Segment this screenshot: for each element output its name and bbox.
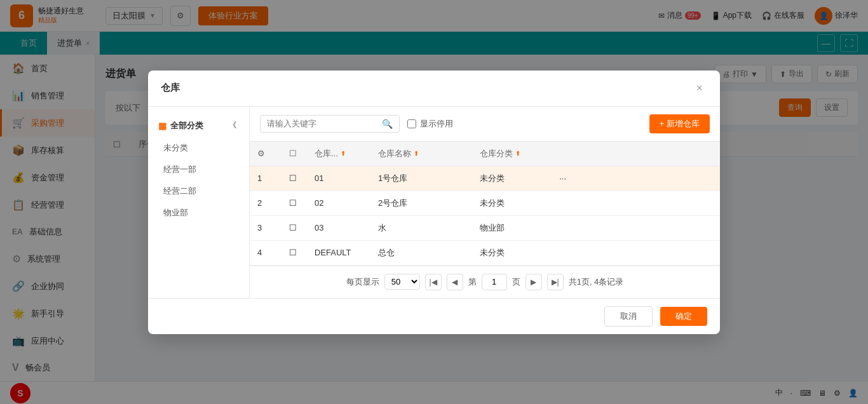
cell-row4-code: DEFAULT — [307, 241, 370, 265]
modal-table: ⚙ ☐ 仓库...⬆ 仓库名称⬆ 仓库分类⬆ — [250, 142, 720, 266]
table-row[interactable]: 4 ☐ DEFAULT 总仓 未分类 — [250, 241, 720, 266]
grid-icon: ▦ — [158, 121, 166, 131]
page-input[interactable] — [482, 274, 507, 290]
cell-row3-num: 3 — [250, 216, 281, 240]
cell-row3-check[interactable]: ☐ — [281, 216, 307, 240]
close-icon: × — [696, 83, 702, 94]
per-page-label: 每页显示 — [346, 276, 379, 288]
col-header-wh-category: 仓库分类⬆ — [472, 142, 574, 166]
modal-sidebar: ▦ 全部分类 《 未分类 经营一部 经营二部 物业部 — [148, 107, 250, 298]
show-disabled-checkbox[interactable] — [407, 119, 416, 128]
page-text-di: 第 — [468, 276, 477, 288]
cancel-button[interactable]: 取消 — [604, 306, 653, 327]
modal-toolbar: 🔍 显示停用 + 新增仓库 — [250, 107, 720, 142]
cell-row2-num: 2 — [250, 191, 281, 215]
page-prev-button[interactable]: ◀ — [447, 274, 463, 290]
cell-row4-name: 总仓 — [370, 241, 472, 265]
cell-row2-category: 未分类 — [472, 191, 574, 215]
modal-footer: 取消 确定 — [148, 298, 720, 334]
page-last-button[interactable]: ▶| — [547, 274, 564, 290]
table-row[interactable]: 3 ☐ 03 水 物业部 — [250, 216, 720, 241]
modal-overlay: 仓库 × ▦ 全部分类 《 未分类 经营一部 经营二部 物业部 — [0, 0, 868, 404]
col-header-wh-code: 仓库...⬆ — [307, 142, 370, 166]
pagination: 每页显示 50 100 |◀ ◀ 第 页 ▶ ▶| 共1页, 4条记录 — [250, 266, 720, 298]
all-category-label[interactable]: 全部分类 — [170, 120, 203, 131]
cell-row4-category: 未分类 — [472, 241, 574, 265]
page-first-button[interactable]: |◀ — [425, 274, 442, 290]
cell-row1-category: 未分类 ··· — [472, 166, 574, 191]
cell-row1-code: 01 — [307, 166, 370, 191]
modal-sidebar-item-dept1[interactable]: 经营一部 — [148, 159, 249, 180]
table-row[interactable]: 2 ☐ 02 2号仓库 未分类 — [250, 191, 720, 216]
modal-sidebar-item-uncategorized[interactable]: 未分类 — [148, 137, 249, 159]
page-total-info: 共1页, 4条记录 — [569, 276, 624, 288]
modal-title: 仓库 — [161, 82, 180, 94]
show-disabled-label: 显示停用 — [420, 118, 453, 130]
collapse-button[interactable]: 《 — [226, 119, 239, 132]
modal-table-header: ⚙ ☐ 仓库...⬆ 仓库名称⬆ 仓库分类⬆ — [250, 142, 720, 166]
cell-row2-code: 02 — [307, 191, 370, 215]
col-header-checkbox: ☐ — [281, 142, 307, 166]
cell-row3-category: 物业部 — [472, 216, 574, 240]
search-icon: 🔍 — [382, 119, 393, 129]
col-header-settings: ⚙ — [250, 142, 281, 166]
per-page-select[interactable]: 50 100 — [384, 274, 420, 290]
warehouse-modal: 仓库 × ▦ 全部分类 《 未分类 经营一部 经营二部 物业部 — [148, 71, 720, 334]
search-input[interactable] — [267, 119, 378, 128]
modal-body: ▦ 全部分类 《 未分类 经营一部 经营二部 物业部 🔍 — [148, 107, 720, 298]
modal-sidebar-item-property[interactable]: 物业部 — [148, 202, 249, 224]
modal-sidebar-item-dept2[interactable]: 经营二部 — [148, 180, 249, 202]
modal-header: 仓库 × — [148, 71, 720, 107]
cell-row1-name: 1号仓库 — [370, 166, 472, 191]
table-row[interactable]: 1 ☐ 01 1号仓库 未分类 ··· — [250, 166, 720, 191]
page-unit: 页 — [512, 276, 520, 288]
show-disabled-area: 显示停用 — [407, 118, 453, 130]
cell-row4-check[interactable]: ☐ — [281, 241, 307, 265]
confirm-button[interactable]: 确定 — [660, 307, 707, 326]
search-box[interactable]: 🔍 — [260, 115, 400, 133]
cell-row2-name: 2号仓库 — [370, 191, 472, 215]
cell-row1-num: 1 — [250, 166, 281, 191]
cell-row4-num: 4 — [250, 241, 281, 265]
page-next-button[interactable]: ▶ — [526, 274, 542, 290]
col-header-wh-name: 仓库名称⬆ — [370, 142, 472, 166]
add-warehouse-button[interactable]: + 新增仓库 — [649, 114, 710, 133]
cell-row3-code: 03 — [307, 216, 370, 240]
cell-row2-check[interactable]: ☐ — [281, 191, 307, 215]
cell-row1-check[interactable]: ☐ — [281, 166, 307, 191]
row1-dots[interactable]: ··· — [559, 173, 566, 183]
modal-close-button[interactable]: × — [692, 81, 707, 96]
modal-content: 🔍 显示停用 + 新增仓库 ⚙ ☐ 仓库...⬆ — [250, 107, 720, 298]
cell-row3-name: 水 — [370, 216, 472, 240]
modal-sidebar-header: ▦ 全部分类 《 — [148, 114, 249, 137]
